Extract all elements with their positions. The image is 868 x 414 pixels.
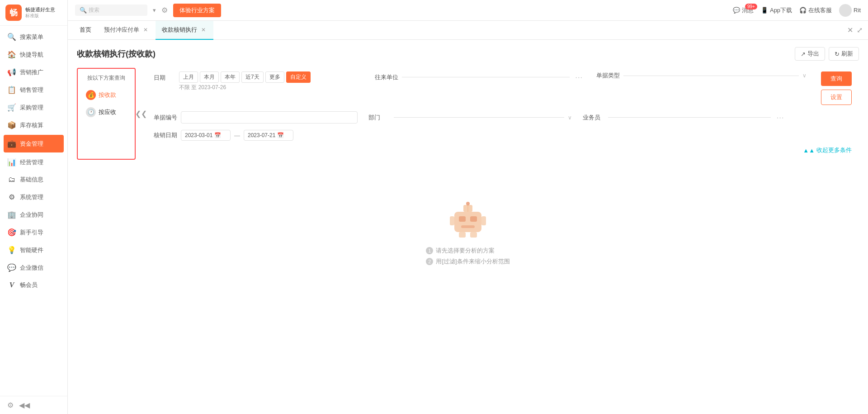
marketing-menu-icon: 📢 bbox=[7, 68, 16, 76]
sidebar-item-system[interactable]: ⚙ 系统管理 bbox=[0, 188, 67, 206]
tip-num-1: 1 bbox=[426, 247, 433, 254]
header-search-box[interactable]: 🔍 搜索 bbox=[75, 5, 147, 16]
sidebar-item-quick-nav[interactable]: 🏠 快捷导航 bbox=[0, 46, 67, 63]
tab-prepay-close[interactable]: ✕ bbox=[142, 26, 149, 33]
refresh-btn[interactable]: ↻ 刷新 bbox=[829, 47, 859, 61]
date-btn-this-year[interactable]: 本年 bbox=[221, 71, 240, 83]
sidebar-item-search[interactable]: 🔍 搜索菜单 bbox=[0, 28, 67, 46]
export-btn[interactable]: ↗ 导出 bbox=[795, 47, 825, 61]
smart-hw-menu-icon: 💡 bbox=[7, 246, 16, 254]
empty-robot-icon bbox=[445, 196, 491, 241]
verify-date-end[interactable]: 2023-07-21 📅 bbox=[244, 130, 293, 141]
tab-collect[interactable]: 收款核销执行 ✕ bbox=[156, 21, 213, 40]
date-btn-last-month[interactable]: 上月 bbox=[179, 71, 198, 83]
industry-btn[interactable]: 体验行业方案 bbox=[173, 4, 221, 17]
date-btn-this-month[interactable]: 本月 bbox=[200, 71, 219, 83]
query-btn[interactable]: 查询 bbox=[821, 71, 852, 86]
doc-no-input[interactable] bbox=[181, 111, 358, 124]
empty-state: 1 请先选择要分析的方案 2 用[过滤]条件来缩小分析范围 bbox=[77, 160, 859, 284]
member-menu-icon: V bbox=[7, 281, 16, 289]
doc-no-field: 单据编号 bbox=[154, 111, 358, 124]
verify-date-label: 核销日期 bbox=[154, 131, 177, 139]
sidebar-item-inventory[interactable]: 📦 库存核算 bbox=[0, 116, 67, 134]
logo-icon: 畅 bbox=[5, 5, 22, 21]
svg-rect-8 bbox=[481, 216, 486, 225]
tab-collect-close[interactable]: ✕ bbox=[200, 26, 207, 33]
filter-panel-collapse-btn[interactable]: ❮❮ bbox=[136, 68, 146, 160]
filter-area: 按以下方案查询 💰 按收款 🕐 按应收 ❮❮ bbox=[77, 68, 859, 160]
settings-icon[interactable]: ⚙ bbox=[7, 401, 14, 409]
empty-tips: 1 请先选择要分析的方案 2 用[过滤]条件来缩小分析范围 bbox=[426, 247, 509, 266]
empty-tip-1-text: 请先选择要分析的方案 bbox=[436, 247, 495, 255]
empty-tip-1: 1 请先选择要分析的方案 bbox=[426, 247, 509, 255]
sidebar-item-purchase[interactable]: 🛒 采购管理 bbox=[0, 99, 67, 116]
message-btn[interactable]: 💬 消息 99+ bbox=[733, 6, 754, 14]
user-area[interactable]: Rit bbox=[839, 4, 861, 17]
tab-prepay[interactable]: 预付冲应付单 ✕ bbox=[98, 21, 156, 40]
basic-info-menu-icon: 🗂 bbox=[7, 176, 16, 184]
page-content: 收款核销执行(按收款) ↗ 导出 ↻ 刷新 按以下方案查询 bbox=[68, 40, 868, 414]
date-btn-more[interactable]: 更多 bbox=[265, 71, 284, 83]
sidebar-item-guide[interactable]: 🎯 新手引导 bbox=[0, 224, 67, 241]
filter-sidebar: 按以下方案查询 💰 按收款 🕐 按应收 bbox=[77, 68, 136, 160]
by-collect-icon: 💰 bbox=[86, 90, 96, 100]
page-title: 收款核销执行(按收款) bbox=[77, 48, 156, 59]
sidebar-bottom: ⚙ ◀◀ bbox=[0, 396, 67, 414]
logo-sub: 标准版 bbox=[25, 13, 55, 19]
settings-btn[interactable]: 设置 bbox=[821, 90, 852, 105]
online-service-btn[interactable]: 🎧 在线客服 bbox=[799, 6, 832, 14]
verify-date-start[interactable]: 2023-03-01 📅 bbox=[181, 130, 231, 141]
svg-point-6 bbox=[466, 202, 470, 205]
collapse-more-label: 收起更多条件 bbox=[816, 146, 852, 154]
sidebar-item-smart-hw-label: 智能硬件 bbox=[20, 246, 43, 254]
sidebar-item-smart-hw[interactable]: 💡 智能硬件 bbox=[0, 241, 67, 259]
app-download-btn[interactable]: 📱 App下载 bbox=[761, 6, 792, 14]
sidebar-item-sales[interactable]: 📋 销售管理 bbox=[0, 81, 67, 99]
tab-expand-icon[interactable]: ⤢ bbox=[857, 26, 863, 34]
filter-option-by-receivable[interactable]: 🕐 按应收 bbox=[81, 104, 131, 121]
header-dropdown-icon[interactable]: ▾ bbox=[153, 7, 156, 14]
staff-dots[interactable]: ··· bbox=[774, 112, 787, 123]
tab-home[interactable]: 首页 bbox=[73, 21, 98, 40]
export-label: 导出 bbox=[807, 50, 819, 58]
header-gear-icon[interactable]: ⚙ bbox=[161, 6, 168, 14]
sidebar-item-guide-label: 新手引导 bbox=[20, 228, 43, 237]
sidebar-item-business[interactable]: 📊 经营管理 bbox=[0, 153, 67, 171]
header-search-icon: 🔍 bbox=[80, 7, 87, 14]
svg-rect-10 bbox=[470, 232, 477, 238]
date-buttons-row: 上月 本月 本年 近7天 更多 自定义 bbox=[179, 71, 311, 83]
sidebar-item-marketing-label: 营销推广 bbox=[20, 68, 43, 76]
empty-tip-2: 2 用[过滤]条件来缩小分析范围 bbox=[426, 257, 509, 266]
tab-close-all-icon[interactable]: ✕ bbox=[847, 26, 853, 34]
collapse-more-btn[interactable]: ▲▲ 收起更多条件 bbox=[803, 144, 852, 156]
sidebar-item-wechat[interactable]: 💬 企业微信 bbox=[0, 259, 67, 276]
sidebar-item-enterprise[interactable]: 🏢 企业协同 bbox=[0, 206, 67, 224]
tab-bar: 首页 预付冲应付单 ✕ 收款核销执行 ✕ ✕ ⤢ bbox=[68, 21, 868, 40]
dept-arrow[interactable]: ∨ bbox=[568, 114, 572, 121]
tab-bar-actions: ✕ ⤢ bbox=[847, 26, 863, 34]
sidebar-item-basic-info-label: 基础信息 bbox=[20, 176, 43, 184]
sidebar-item-member-label: 畅会员 bbox=[20, 281, 38, 289]
purchase-menu-icon: 🛒 bbox=[7, 103, 16, 112]
sidebar-item-basic-info[interactable]: 🗂 基础信息 bbox=[0, 171, 67, 188]
calendar-start-icon[interactable]: 📅 bbox=[214, 132, 221, 138]
doc-type-label: 单据类型 bbox=[596, 71, 620, 80]
collapse-sidebar-icon[interactable]: ◀◀ bbox=[19, 401, 30, 409]
sidebar-item-finance[interactable]: 💼 资金管理 bbox=[4, 135, 64, 152]
user-avatar bbox=[839, 4, 852, 17]
date-btn-last-7days[interactable]: 近7天 bbox=[241, 71, 264, 83]
sidebar-item-enterprise-label: 企业协同 bbox=[20, 211, 43, 219]
filter-option-by-collect[interactable]: 💰 按收款 bbox=[81, 86, 131, 104]
doc-type-arrow[interactable]: ∨ bbox=[802, 72, 807, 79]
sidebar-item-marketing[interactable]: 📢 营销推广 bbox=[0, 63, 67, 81]
sidebar-item-business-label: 经营管理 bbox=[20, 158, 43, 167]
svg-rect-1 bbox=[459, 216, 466, 222]
headset-icon: 🎧 bbox=[799, 7, 807, 14]
party-dots[interactable]: ··· bbox=[573, 71, 585, 83]
date-range-sep: — bbox=[234, 132, 240, 139]
calendar-end-icon[interactable]: 📅 bbox=[277, 132, 284, 138]
svg-rect-2 bbox=[470, 216, 477, 222]
sidebar-item-member[interactable]: V 畅会员 bbox=[0, 276, 67, 294]
date-btn-custom[interactable]: 自定义 bbox=[286, 71, 311, 83]
staff-label: 业务员 bbox=[583, 114, 604, 122]
